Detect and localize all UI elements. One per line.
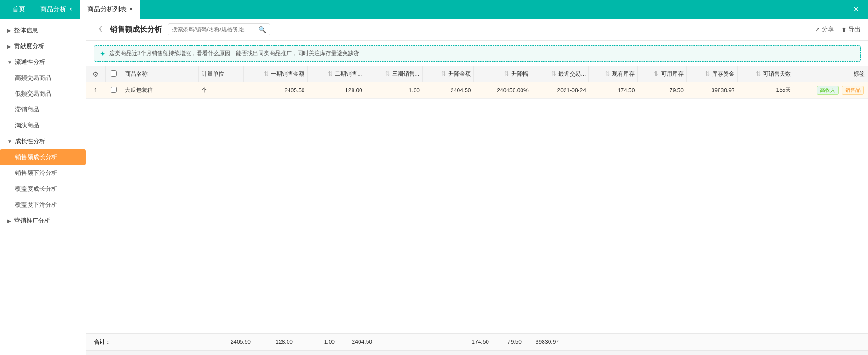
- last-trade-column-header: ⇅ 最近交易...: [531, 66, 589, 82]
- sort-icon4: ⇅: [441, 70, 446, 77]
- footer-period1: 2405.50: [207, 339, 254, 345]
- search-input[interactable]: [172, 26, 255, 33]
- sidebar-group-header-marketing[interactable]: ▶ 营销推广分析: [0, 213, 86, 229]
- search-icon[interactable]: 🔍: [258, 26, 266, 33]
- available-stock-cell: 79.50: [637, 82, 686, 99]
- table-container[interactable]: ⚙ 商品名称 计量单位 ⇅ 一期销售金额: [86, 66, 868, 333]
- sort-icon9: ⇅: [705, 70, 710, 77]
- collapse-sidebar-button[interactable]: 《: [94, 23, 104, 35]
- period2-cell: 128.00: [308, 82, 365, 99]
- footer-stock-value: 39830.97: [524, 339, 562, 345]
- sort-icon6: ⇅: [551, 70, 556, 77]
- sidebar-item-sales-growth[interactable]: 销售额成长分析: [0, 149, 86, 165]
- tags-cell: 高收入 销售品: [794, 82, 868, 99]
- sidebar-item-high-freq[interactable]: 高频交易商品: [0, 70, 86, 86]
- search-box[interactable]: 🔍: [168, 23, 270, 35]
- stock-value-cell: 39830.97: [686, 82, 738, 99]
- name-cell: 大瓜包装箱: [122, 82, 198, 99]
- sort-icon5: ⇅: [504, 70, 509, 77]
- window-close-button[interactable]: ×: [849, 5, 863, 14]
- export-button[interactable]: ⬆ 导出: [841, 25, 861, 34]
- sidebar-item-obsolete[interactable]: 淘汰商品: [0, 118, 86, 133]
- last-trade-cell: 2021-08-24: [531, 82, 589, 99]
- seq-cell: 1: [86, 82, 105, 99]
- sidebar-group-overall[interactable]: ▶ 整体信息: [0, 22, 86, 38]
- unit-cell: 个: [198, 82, 243, 99]
- unit-column-header: 计量单位: [198, 66, 243, 82]
- rise-pct-column-header: ⇅ 升降幅: [474, 66, 531, 82]
- period3-cell: 1.00: [365, 82, 423, 99]
- row-checkbox[interactable]: [111, 87, 117, 93]
- main-layout: ▶ 整体信息 ▶ 贡献度分析 ▼ 流通性分析 高频交易商品 低频交易商品: [0, 19, 868, 355]
- period1-column-header: ⇅ 一期销售金额: [243, 66, 307, 82]
- nav-home[interactable]: 首页: [5, 0, 33, 19]
- sort-icon7: ⇅: [605, 70, 610, 77]
- footer-available-stock: 79.50: [492, 339, 524, 345]
- rise-amount-cell: 2404.50: [423, 82, 474, 99]
- sort-icon8: ⇅: [654, 70, 658, 77]
- name-column-header: 商品名称: [122, 66, 198, 82]
- table-row: 1 大瓜包装箱 个 2405.50 128.00 1.00 2404.50 24…: [86, 82, 868, 99]
- select-all-checkbox[interactable]: [111, 70, 117, 77]
- footer-last-trade: [417, 339, 459, 345]
- period3-column-header: ⇅ 三期销售...: [365, 66, 423, 82]
- footer-rise-pct: [375, 339, 417, 345]
- sidebar: ▶ 整体信息 ▶ 贡献度分析 ▼ 流通性分析 高频交易商品 低频交易商品: [0, 19, 86, 355]
- share-button[interactable]: ↗ 分享: [815, 25, 834, 34]
- close-product-analysis-list[interactable]: ×: [129, 6, 133, 13]
- tag-high-income: 高收入: [817, 86, 839, 95]
- tag-sales-product: 销售品: [842, 86, 864, 95]
- sidebar-group-header-circulation[interactable]: ▼ 流通性分析: [0, 54, 86, 70]
- current-stock-column-header: ⇅ 现有库存: [589, 66, 638, 82]
- settings-icon[interactable]: ⚙: [92, 70, 99, 78]
- sidebar-item-sales-decline[interactable]: 销售额下滑分析: [0, 165, 86, 181]
- rise-amount-column-header: ⇅ 升降金额: [423, 66, 474, 82]
- nav-product-analysis[interactable]: 商品分析 ×: [33, 0, 80, 19]
- period2-column-header: ⇅ 二期销售...: [308, 66, 365, 82]
- close-product-analysis[interactable]: ×: [69, 6, 72, 13]
- sidebar-item-slow-moving[interactable]: 滞销商品: [0, 102, 86, 118]
- arrow-icon-marketing: ▶: [7, 218, 11, 223]
- sidebar-item-coverage-growth[interactable]: 覆盖度成长分析: [0, 181, 86, 197]
- data-table: ⚙ 商品名称 计量单位 ⇅ 一期销售金额: [86, 66, 868, 99]
- available-stock-column-header: ⇅ 可用库存: [637, 66, 686, 82]
- period1-cell: 2405.50: [243, 82, 307, 99]
- stock-value-column-header: ⇅ 库存资金: [686, 66, 738, 82]
- info-icon: ✦: [100, 50, 106, 57]
- content-header: 《 销售额成长分析 🔍 ↗ 分享 ⬆ 导出: [86, 19, 868, 41]
- tags-column-header: 标签: [794, 66, 868, 82]
- nav-product-analysis-list[interactable]: 商品分析列表 ×: [80, 0, 140, 19]
- footer-spacer: [125, 339, 207, 345]
- sidebar-group-circulation[interactable]: ▼ 流通性分析 高频交易商品 低频交易商品 滞销商品 淘汰商品: [0, 54, 86, 133]
- footer-period2: 128.00: [254, 339, 296, 345]
- page-title: 销售额成长分析: [110, 25, 162, 35]
- footer-rise-amount: 2404.50: [338, 339, 375, 345]
- salable-days-column-header: ⇅ 可销售天数: [738, 66, 794, 82]
- info-banner: ✦ 这类商品近3个月销售额持续增涨，看看什么原因，能否找出同类商品推广，同时关注…: [94, 45, 861, 62]
- footer-cells: 2405.50 128.00 1.00 2404.50 174.50 79.50…: [125, 339, 861, 345]
- sidebar-item-low-freq[interactable]: 低频交易商品: [0, 86, 86, 102]
- top-nav: 首页 商品分析 × 商品分析列表 × ×: [0, 0, 868, 19]
- footer-period3: 1.00: [296, 339, 338, 345]
- rise-pct-cell: 240450.00%: [474, 82, 531, 99]
- current-stock-cell: 174.50: [589, 82, 638, 99]
- settings-column-header[interactable]: ⚙: [86, 66, 105, 82]
- sort-icon3: ⇅: [385, 70, 390, 77]
- sort-icon2: ⇅: [328, 70, 332, 77]
- sidebar-group-marketing[interactable]: ▶ 营销推广分析: [0, 213, 86, 229]
- content-area: 《 销售额成长分析 🔍 ↗ 分享 ⬆ 导出 ✦ 这类商品近3个月销售额持续增涨，…: [86, 19, 868, 355]
- share-icon: ↗: [815, 26, 820, 33]
- sidebar-item-coverage-decline[interactable]: 覆盖度下滑分析: [0, 197, 86, 213]
- footer-label: 合计：: [94, 338, 111, 346]
- arrow-icon-contribution: ▶: [7, 44, 11, 49]
- sidebar-group-header-contribution[interactable]: ▶ 贡献度分析: [0, 38, 86, 54]
- sidebar-group-contribution[interactable]: ▶ 贡献度分析: [0, 38, 86, 54]
- horizontal-scrollbar[interactable]: [86, 350, 868, 355]
- salable-days-cell: 155天: [738, 82, 794, 99]
- sidebar-group-header-growth[interactable]: ▼ 成长性分析: [0, 133, 86, 149]
- checkbox-cell[interactable]: [105, 82, 122, 99]
- sidebar-group-header-overall[interactable]: ▶ 整体信息: [0, 22, 86, 38]
- checkbox-column-header[interactable]: [105, 66, 122, 82]
- export-icon: ⬆: [841, 26, 847, 33]
- sidebar-group-growth[interactable]: ▼ 成长性分析 销售额成长分析 销售额下滑分析 覆盖度成长分析 覆盖度下滑分析: [0, 133, 86, 213]
